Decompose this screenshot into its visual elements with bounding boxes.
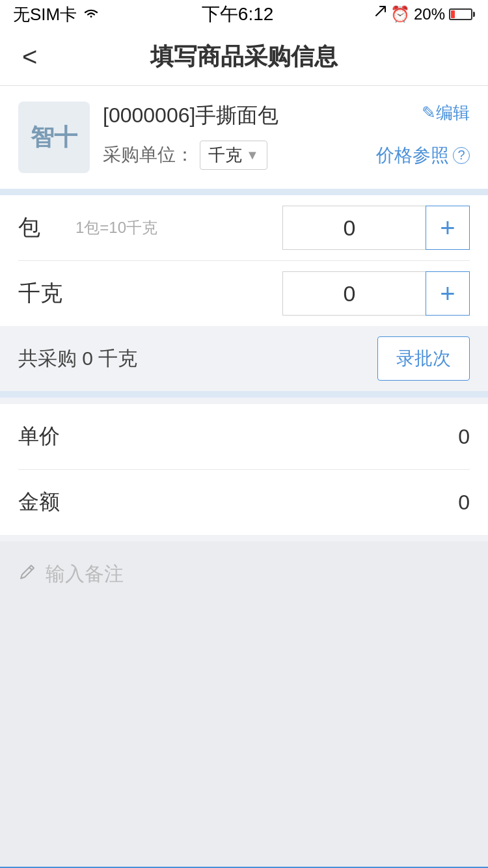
edit-button[interactable]: ✎编辑 [422,102,470,124]
help-icon: ? [453,147,470,164]
amount-row: 金额 0 [0,470,488,535]
page-title: 填写商品采购信息 [150,41,338,73]
product-logo: 智十 [31,123,77,151]
status-time: 下午6:12 [202,2,274,27]
price-ref-label: 价格参照 [376,143,449,168]
kg-input-wrapper: + [282,271,470,316]
note-placeholder: 输入备注 [46,561,124,588]
back-button[interactable]: < [16,36,44,78]
product-card-wrapper: 智十 [0000006]手撕面包 采购单位： 千克 ▼ 价格参照 ? [0,86,488,189]
amount-label: 金额 [18,488,60,517]
carrier-label: 无SIM卡 [13,3,77,26]
divider-blue [0,189,488,195]
unit-price-row: 单价 0 [0,404,488,469]
product-name: [0000006]手撕面包 [103,102,470,130]
alarm-icon: ⏰ [390,5,410,23]
unit-label: 采购单位： [103,144,194,165]
product-card: 智十 [0000006]手撕面包 采购单位： 千克 ▼ 价格参照 ? [0,86,488,189]
product-info: [0000006]手撕面包 采购单位： 千克 ▼ 价格参照 ? [103,102,470,170]
status-bar: 无SIM卡 下午6:12 ⏰ 20% [0,0,488,29]
summary-text: 共采购 0 千克 [18,346,137,372]
amount-value: 0 [458,491,470,515]
input-section: 包 1包=10千克 + 千克 + [0,195,488,326]
product-image: 智十 [18,102,90,173]
divider-blue-2 [0,391,488,398]
bag-input[interactable] [282,206,426,250]
kg-input[interactable] [282,271,426,316]
bag-input-wrapper: + [282,206,470,250]
kg-row: 千克 + [0,261,488,326]
kg-plus-button[interactable]: + [426,271,470,316]
bag-row: 包 1包=10千克 + [0,195,488,260]
price-ref-button[interactable]: 价格参照 ? [376,143,470,168]
unit-price-value: 0 [458,425,470,449]
unit-dropdown-arrow: ▼ [246,148,259,163]
empty-area [0,606,488,867]
pencil-icon [18,563,36,586]
status-right: ⏰ 20% [375,5,475,23]
battery-percent: 20% [414,5,445,23]
note-section[interactable]: 输入备注 [0,541,488,606]
bag-sublabel: 1包=10千克 [75,217,282,238]
summary-section: 共采购 0 千克 录批次 [0,326,488,391]
price-section: 单价 0 金额 0 [0,404,488,535]
battery-icon [449,8,475,20]
product-unit-row: 采购单位： 千克 ▼ 价格参照 ? [103,141,470,170]
status-left: 无SIM卡 [13,3,100,26]
unit-price-label: 单价 [18,422,60,451]
unit-value: 千克 [208,144,242,167]
kg-label: 千克 [18,278,70,308]
unit-select[interactable]: 千克 ▼ [200,141,267,170]
nav-bar: < 填写商品采购信息 [0,29,488,86]
location-icon [375,5,386,23]
wifi-icon [82,5,100,25]
bag-plus-button[interactable]: + [426,206,470,250]
bag-label: 包 [18,213,70,243]
record-batch-button[interactable]: 录批次 [377,336,470,381]
